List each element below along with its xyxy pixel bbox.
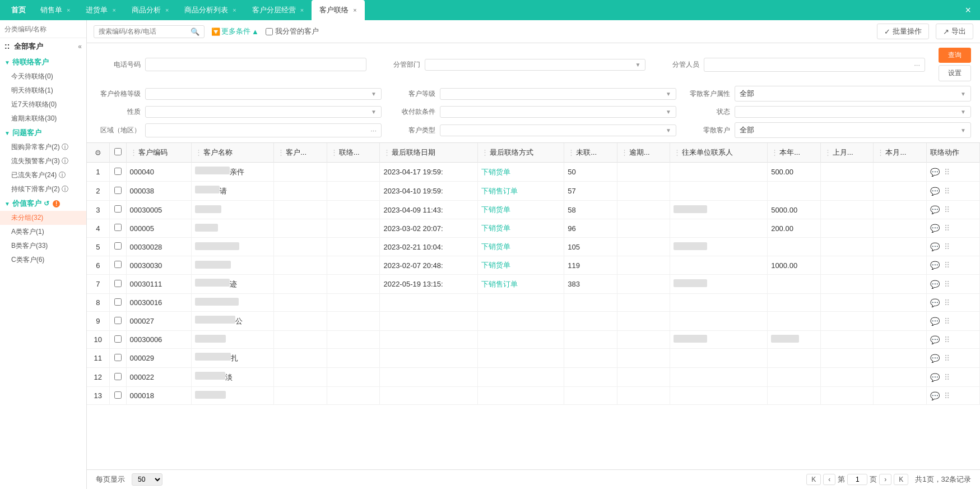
price-level-select[interactable]: ▼ — [145, 88, 382, 100]
my-customers-checkbox[interactable] — [266, 28, 273, 35]
apps-icon[interactable]: ⠿ — [944, 391, 950, 400]
sidebar-item-overdue-pending[interactable]: 逾期未联络(30) — [0, 112, 86, 126]
sidebar-search-input[interactable] — [4, 25, 87, 33]
apps-icon[interactable]: ⠿ — [944, 354, 950, 363]
sparse-customer-select[interactable]: 全部 ▼ — [735, 122, 971, 138]
last-method-link[interactable]: 下销货单 — [481, 242, 510, 251]
per-page-select[interactable]: 50 20 100 200 — [132, 473, 162, 486]
col-resize-icon[interactable]: ⋮ — [130, 148, 137, 156]
sidebar-item-class-a[interactable]: A类客户(1) — [0, 225, 86, 239]
customer-type-select[interactable]: ▼ — [440, 124, 676, 136]
chat-icon[interactable]: 💬 — [930, 168, 940, 177]
col-resize-icon3[interactable]: ⋮ — [277, 148, 285, 156]
query-button[interactable]: 查询 — [939, 48, 971, 63]
next-page-button[interactable]: › — [879, 474, 891, 485]
collapse-icon[interactable]: « — [78, 43, 82, 50]
col-checkbox[interactable] — [109, 143, 126, 163]
first-page-button[interactable]: K — [806, 474, 821, 485]
sidebar-item-declining[interactable]: 持续下滑客户(2) ⓘ — [0, 182, 86, 196]
nav-tab-purchase[interactable]: 进货单 × — [78, 0, 123, 20]
apps-icon[interactable]: ⠿ — [944, 280, 950, 289]
apps-icon[interactable]: ⠿ — [944, 168, 950, 177]
sidebar-item-class-c[interactable]: C类客户(6) — [0, 253, 86, 267]
col-resize-icon12[interactable]: ⋮ — [877, 148, 884, 156]
status-select[interactable]: ▼ — [735, 106, 971, 118]
apps-icon[interactable]: ⠿ — [944, 317, 950, 326]
col-resize-icon4[interactable]: ⋮ — [331, 148, 338, 156]
col-resize-icon6[interactable]: ⋮ — [481, 148, 489, 156]
chat-icon[interactable]: 💬 — [930, 391, 940, 400]
last-page-button[interactable]: K — [894, 474, 908, 485]
col-resize-icon7[interactable]: ⋮ — [568, 148, 575, 156]
sidebar-group-problem[interactable]: ▼ 问题客户 — [0, 126, 86, 140]
nav-home[interactable]: 首页 — [4, 0, 32, 20]
apps-icon[interactable]: ⠿ — [944, 261, 950, 270]
sidebar-item-tomorrow-pending[interactable]: 明天待联络(1) — [0, 84, 86, 98]
last-method-link[interactable]: 下销货单 — [481, 205, 510, 214]
sparse-attr-select[interactable]: 全部 ▼ — [735, 86, 971, 102]
chat-icon[interactable]: 💬 — [930, 261, 940, 270]
row-checkbox[interactable] — [109, 219, 126, 238]
customer-level-select[interactable]: ▼ — [440, 88, 676, 100]
sidebar-item-churn-warning[interactable]: 流失预警客户(3) ⓘ — [0, 154, 86, 168]
chat-icon[interactable]: 💬 — [930, 335, 940, 344]
more-filter-btn[interactable]: 🔽 更多条件 ▲ — [211, 26, 259, 36]
col-gear[interactable]: ⚙ — [87, 143, 109, 163]
row-checkbox[interactable] — [109, 163, 126, 182]
col-resize-icon5[interactable]: ⋮ — [383, 148, 391, 156]
apps-icon[interactable]: ⠿ — [944, 242, 950, 251]
sidebar-all-customers[interactable]: :: 全部客户 « — [0, 38, 86, 55]
window-close-button[interactable]: × — [960, 4, 976, 16]
apps-icon[interactable]: ⠿ — [944, 224, 950, 233]
row-checkbox[interactable] — [109, 312, 126, 331]
nav-tab-sales[interactable]: 销售单 × — [32, 0, 78, 20]
chat-icon[interactable]: 💬 — [930, 373, 940, 382]
chat-icon[interactable]: 💬 — [930, 224, 940, 233]
gear-icon[interactable]: ⚙ — [95, 149, 101, 157]
row-checkbox[interactable] — [109, 201, 126, 219]
sidebar-item-week-pending[interactable]: 近7天待联络(0) — [0, 98, 86, 112]
nav-tab-customer-segment[interactable]: 客户分层经营 × — [244, 0, 312, 20]
row-checkbox[interactable] — [109, 387, 126, 405]
row-checkbox[interactable] — [109, 331, 126, 349]
apps-icon[interactable]: ⠿ — [944, 373, 950, 382]
close-purchase-tab[interactable]: × — [112, 0, 115, 20]
last-method-link[interactable]: 下销售订单 — [481, 280, 518, 288]
close-sales-tab[interactable]: × — [67, 0, 70, 20]
apps-icon[interactable]: ⠿ — [944, 205, 950, 214]
close-contact-tab[interactable]: × — [353, 0, 356, 20]
export-button[interactable]: ↗ 导出 — [936, 24, 973, 39]
row-checkbox[interactable] — [109, 238, 126, 256]
row-checkbox[interactable] — [109, 368, 126, 387]
chat-icon[interactable]: 💬 — [930, 354, 940, 363]
main-search-icon[interactable]: 🔍 — [191, 27, 199, 36]
row-checkbox[interactable] — [109, 275, 126, 294]
chat-icon[interactable]: 💬 — [930, 317, 940, 326]
row-checkbox[interactable] — [109, 349, 126, 368]
chat-icon[interactable]: 💬 — [930, 187, 940, 196]
row-checkbox[interactable] — [109, 182, 126, 201]
nav-tab-analysis-list[interactable]: 商品分析列表 × — [177, 0, 244, 20]
manager-select[interactable]: ··· — [704, 58, 925, 72]
my-customers-checkbox-wrap[interactable]: 我分管的客户 — [266, 26, 319, 36]
nature-select[interactable]: ▼ — [145, 106, 382, 118]
chat-icon[interactable]: 💬 — [930, 280, 940, 289]
sidebar-group-value[interactable]: ▼ 价值客户 ↺ ! — [0, 196, 86, 211]
sidebar-item-today-pending[interactable]: 今天待联络(0) — [0, 70, 86, 84]
close-analysis-tab[interactable]: × — [165, 0, 169, 20]
col-resize-icon9[interactable]: ⋮ — [674, 148, 681, 156]
row-checkbox[interactable] — [109, 294, 126, 312]
reset-button[interactable]: 设置 — [939, 65, 971, 81]
sidebar-item-hoard-abnormal[interactable]: 囤购异常客户(2) ⓘ — [0, 140, 86, 154]
region-select[interactable]: ··· — [145, 123, 382, 137]
last-method-link[interactable]: 下销货单 — [481, 224, 510, 232]
dept-select[interactable]: ▼ — [425, 59, 646, 71]
apps-icon[interactable]: ⠿ — [944, 298, 950, 307]
apps-icon[interactable]: ⠿ — [944, 187, 950, 196]
sidebar-item-ungrouped[interactable]: 未分组(32) — [0, 211, 86, 225]
chat-icon[interactable]: 💬 — [930, 205, 940, 214]
payment-select[interactable]: ▼ — [440, 106, 676, 118]
prev-page-button[interactable]: ‹ — [823, 474, 835, 485]
sidebar-item-churned[interactable]: 已流失客户(24) ⓘ — [0, 168, 86, 182]
last-method-link[interactable]: 下销售订单 — [481, 187, 518, 195]
